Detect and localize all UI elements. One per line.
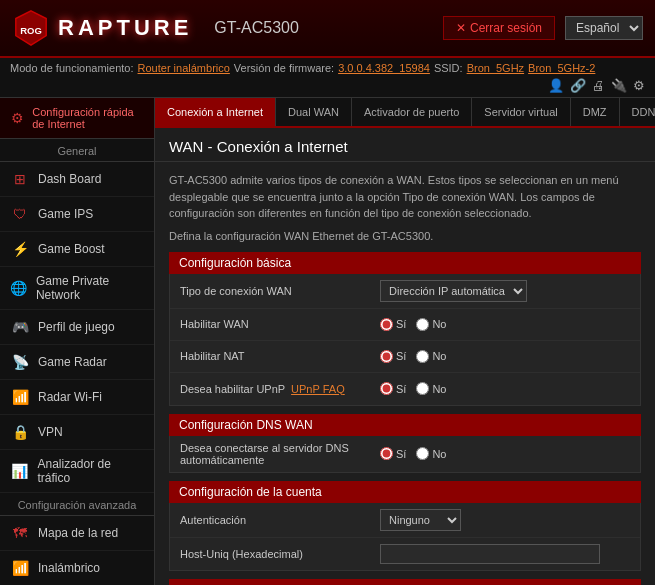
enable-nat-row: Habilitar NAT Sí No: [170, 341, 640, 373]
host-uniq-input[interactable]: [380, 544, 600, 564]
sidebar-item-analizador[interactable]: 📊 Analizador de tráfico: [0, 450, 154, 493]
wan-type-select[interactable]: Dirección IP automática PPPoE PPTP L2TP …: [380, 280, 527, 302]
sub-description: Defina la configuración WAN Ethernet de …: [169, 230, 641, 242]
tab-conexion[interactable]: Conexión a Internet: [155, 98, 276, 126]
tab-servidor-virtual[interactable]: Servidor virtual: [472, 98, 570, 126]
upnp-radio-group: Sí No: [380, 382, 446, 395]
model-name: GT-AC5300: [214, 19, 298, 37]
mapa-red-label: Mapa de la red: [38, 526, 118, 540]
tab-ddns[interactable]: DDNS: [620, 98, 655, 126]
basic-config-header: Configuración básica: [169, 252, 641, 274]
mode-label: Modo de funcionamiento:: [10, 62, 134, 74]
radar-wifi-icon: 📶: [10, 387, 30, 407]
game-boost-label: Game Boost: [38, 242, 105, 256]
perfil-juego-label: Perfil de juego: [38, 320, 115, 334]
tab-activador-puerto[interactable]: Activador de puerto: [352, 98, 472, 126]
settings-icon[interactable]: ⚙: [633, 78, 645, 93]
upnp-row: Desea habilitar UPnP UPnP FAQ Sí No: [170, 373, 640, 405]
sidebar-item-game-radar[interactable]: 📡 Game Radar: [0, 345, 154, 380]
analizador-label: Analizador de tráfico: [37, 457, 144, 485]
sidebar-item-vpn[interactable]: 🔒 VPN: [0, 415, 154, 450]
quick-config-icon: ⚙: [10, 108, 24, 128]
auth-row: Autenticación Ninguno PAP CHAP MS-CHAP: [170, 503, 640, 538]
wan-type-control: Dirección IP automática PPPoE PPTP L2TP …: [380, 280, 630, 302]
auth-select[interactable]: Ninguno PAP CHAP MS-CHAP: [380, 509, 461, 531]
printer-icon[interactable]: 🖨: [592, 78, 605, 93]
auth-control: Ninguno PAP CHAP MS-CHAP: [380, 509, 630, 531]
sidebar-item-game-private-network[interactable]: 🌐 Game Private Network: [0, 267, 154, 310]
upnp-no[interactable]: No: [416, 382, 446, 395]
dns-auto-radio-group: Sí No: [380, 447, 446, 460]
ssid-label: SSID:: [434, 62, 463, 74]
game-radar-icon: 📡: [10, 352, 30, 372]
main-layout: ⚙ Configuración rápida de Internet Gener…: [0, 98, 655, 585]
game-boost-icon: ⚡: [10, 239, 30, 259]
logout-button[interactable]: ✕ Cerrar sesión: [443, 16, 555, 40]
dns-auto-no[interactable]: No: [416, 447, 446, 460]
network-icon[interactable]: 🔗: [570, 78, 586, 93]
header-right: ✕ Cerrar sesión Español: [443, 16, 643, 40]
language-select[interactable]: Español: [565, 16, 643, 40]
sidebar-item-dashboard[interactable]: ⊞ Dash Board: [0, 162, 154, 197]
upnp-si[interactable]: Sí: [380, 382, 406, 395]
enable-wan-radio-group: Sí No: [380, 318, 446, 331]
svg-text:ROG: ROG: [20, 25, 42, 36]
vpn-icon: 🔒: [10, 422, 30, 442]
user-icon[interactable]: 👤: [548, 78, 564, 93]
enable-wan-si[interactable]: Sí: [380, 318, 406, 331]
game-private-network-icon: 🌐: [10, 278, 28, 298]
main-content: Conexión a Internet Dual WAN Activador d…: [155, 98, 655, 585]
mode-value[interactable]: Router inalámbrico: [138, 62, 230, 74]
game-radar-label: Game Radar: [38, 355, 107, 369]
logout-icon: ✕: [456, 21, 466, 35]
dashboard-label: Dash Board: [38, 172, 101, 186]
dns-config-section: Desea conectarse al servidor DNS automát…: [169, 436, 641, 473]
host-uniq-label: Host-Uniq (Hexadecimal): [180, 548, 380, 560]
enable-wan-no[interactable]: No: [416, 318, 446, 331]
sidebar-item-inalambrico[interactable]: 📶 Inalámbrico: [0, 551, 154, 585]
usb-icon[interactable]: 🔌: [611, 78, 627, 93]
sidebar: ⚙ Configuración rápida de Internet Gener…: [0, 98, 155, 585]
sidebar-item-perfil-juego[interactable]: 🎮 Perfil de juego: [0, 310, 154, 345]
upnp-control: Sí No: [380, 382, 630, 395]
sidebar-item-game-ips[interactable]: 🛡 Game IPS: [0, 197, 154, 232]
ssid-1[interactable]: Bron_5GHz: [467, 62, 524, 74]
vpn-label: VPN: [38, 425, 63, 439]
account-config-section: Autenticación Ninguno PAP CHAP MS-CHAP H…: [169, 503, 641, 571]
analizador-icon: 📊: [10, 461, 29, 481]
upnp-label: Desea habilitar UPnP UPnP FAQ: [180, 383, 380, 395]
upnp-faq-link[interactable]: UPnP FAQ: [291, 383, 345, 395]
info-icons: 👤 🔗 🖨 🔌 ⚙: [548, 78, 645, 93]
sidebar-item-game-boost[interactable]: ⚡ Game Boost: [0, 232, 154, 267]
content-body: GT-AC5300 admite varios tipos de conexió…: [155, 162, 655, 585]
tab-dual-wan[interactable]: Dual WAN: [276, 98, 352, 126]
sidebar-item-radar-wifi[interactable]: 📶 Radar Wi-Fi: [0, 380, 154, 415]
wan-type-row: Tipo de conexión WAN Dirección IP automá…: [170, 274, 640, 309]
dns-auto-label: Desea conectarse al servidor DNS automát…: [180, 442, 380, 466]
dns-config-header: Configuración DNS WAN: [169, 414, 641, 436]
rog-logo-icon: ROG: [12, 9, 50, 47]
dns-auto-control: Sí No: [380, 447, 630, 460]
firmware-value[interactable]: 3.0.0.4.382_15984: [338, 62, 430, 74]
ssid-2[interactable]: Bron_5GHz-2: [528, 62, 595, 74]
inalambrico-icon: 📶: [10, 558, 30, 578]
host-uniq-control: [380, 544, 630, 564]
dns-auto-row: Desea conectarse al servidor DNS automát…: [170, 436, 640, 472]
quick-config-item[interactable]: ⚙ Configuración rápida de Internet: [0, 98, 154, 139]
enable-nat-si[interactable]: Sí: [380, 350, 406, 363]
enable-wan-control: Sí No: [380, 318, 630, 331]
enable-nat-control: Sí No: [380, 350, 630, 363]
page-title: WAN - Conexión a Internet: [155, 128, 655, 162]
enable-wan-row: Habilitar WAN Sí No: [170, 309, 640, 341]
sidebar-item-mapa-red[interactable]: 🗺 Mapa de la red: [0, 516, 154, 551]
logo-area: ROG RAPTURE GT-AC5300: [12, 9, 299, 47]
enable-nat-no[interactable]: No: [416, 350, 446, 363]
brand-name: RAPTURE: [58, 15, 192, 41]
game-private-network-label: Game Private Network: [36, 274, 144, 302]
dns-auto-si[interactable]: Sí: [380, 447, 406, 460]
perfil-juego-icon: 🎮: [10, 317, 30, 337]
tab-dmz[interactable]: DMZ: [571, 98, 620, 126]
host-uniq-row: Host-Uniq (Hexadecimal): [170, 538, 640, 570]
basic-config-section: Tipo de conexión WAN Dirección IP automá…: [169, 274, 641, 406]
general-section-header: General: [0, 139, 154, 162]
